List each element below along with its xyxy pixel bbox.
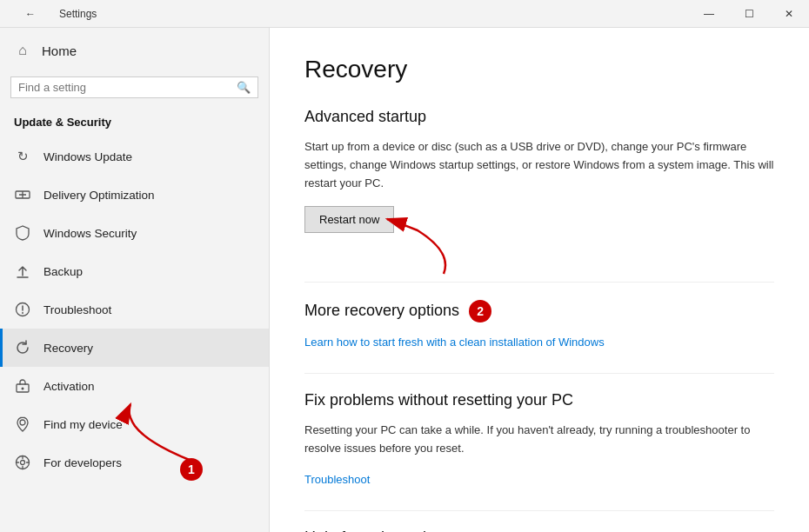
sidebar-item-for-developers[interactable]: For developers [0,443,269,482]
more-recovery-options-section: More recovery options 2 Learn how to sta… [304,300,774,349]
sidebar-item-label: Find my device [43,418,123,431]
title-bar: ← Settings — ☐ ✕ [0,0,809,28]
sidebar-section-title: Update & Security [0,109,269,137]
sidebar-item-activation[interactable]: Activation [0,367,269,405]
sidebar-item-label: Delivery Optimization [43,189,155,202]
back-button[interactable]: ← [10,0,50,28]
svg-point-4 [20,420,25,425]
svg-point-6 [21,461,25,465]
sidebar-item-windows-security[interactable]: Windows Security [0,214,269,252]
page-title: Recovery [304,56,774,83]
maximize-button[interactable]: ☐ [729,0,769,28]
backup-icon [14,263,31,280]
more-recovery-title: More recovery options 2 [304,300,774,323]
home-label: Home [42,43,77,58]
troubleshoot-icon [14,301,31,318]
activation-icon [14,377,31,395]
delivery-optimization-icon [14,186,31,203]
for-developers-icon [14,454,31,471]
fix-problems-desc: Resetting your PC can take a while. If y… [304,422,774,458]
sidebar-item-label: Activation [43,380,95,393]
help-from-web-section: Help from the web [304,529,774,532]
search-box[interactable]: 🔍 [10,76,258,98]
restart-now-button[interactable]: Restart now [304,206,394,233]
windows-security-icon [14,224,31,242]
sidebar-item-label: Troubleshoot [43,303,111,316]
help-from-web-title: Help from the web [304,529,774,532]
advanced-startup-section: Advanced startup Start up from a device … [304,108,774,257]
advanced-startup-title: Advanced startup [304,108,774,126]
sidebar-item-find-my-device[interactable]: Find my device [0,405,269,443]
sidebar-item-troubleshoot[interactable]: Troubleshoot [0,290,269,329]
fix-problems-title: Fix problems without resetting your PC [304,391,774,409]
home-icon: ⌂ [14,42,31,59]
windows-update-icon: ↻ [14,148,31,165]
find-my-device-icon [14,416,31,433]
sidebar-item-label: Windows Security [43,227,137,240]
sidebar-item-delivery-optimization[interactable]: Delivery Optimization [0,176,269,214]
divider-3 [304,510,774,511]
close-button[interactable]: ✕ [769,0,809,28]
fix-problems-section: Fix problems without resetting your PC R… [304,391,774,486]
app-title: Settings [59,8,97,20]
sidebar-item-label: For developers [43,456,122,469]
sidebar-item-label: Windows Update [43,150,132,163]
main-content: Recovery Advanced startup Start up from … [270,28,809,532]
divider-1 [304,282,774,283]
sidebar-item-label: Backup [43,265,83,278]
divider-2 [304,373,774,374]
sidebar-item-label: Recovery [43,342,93,355]
svg-point-3 [22,388,24,390]
sidebar-item-windows-update[interactable]: ↻ Windows Update [0,137,269,176]
clean-install-link[interactable]: Learn how to start fresh with a clean in… [304,336,605,349]
advanced-startup-desc: Start up from a device or disc (such as … [304,138,774,192]
sidebar-item-recovery[interactable]: Recovery [0,329,269,367]
sidebar: ⌂ Home 🔍 Update & Security ↻ Windows Upd… [0,28,270,532]
recovery-icon [14,339,31,356]
sidebar-item-home[interactable]: ⌂ Home [0,28,269,73]
minimize-button[interactable]: — [689,0,729,28]
troubleshoot-link[interactable]: Troubleshoot [304,473,370,486]
search-input[interactable] [18,81,231,94]
sidebar-item-backup[interactable]: Backup [0,252,269,290]
search-icon: 🔍 [237,81,251,94]
badge-2: 2 [469,300,491,323]
